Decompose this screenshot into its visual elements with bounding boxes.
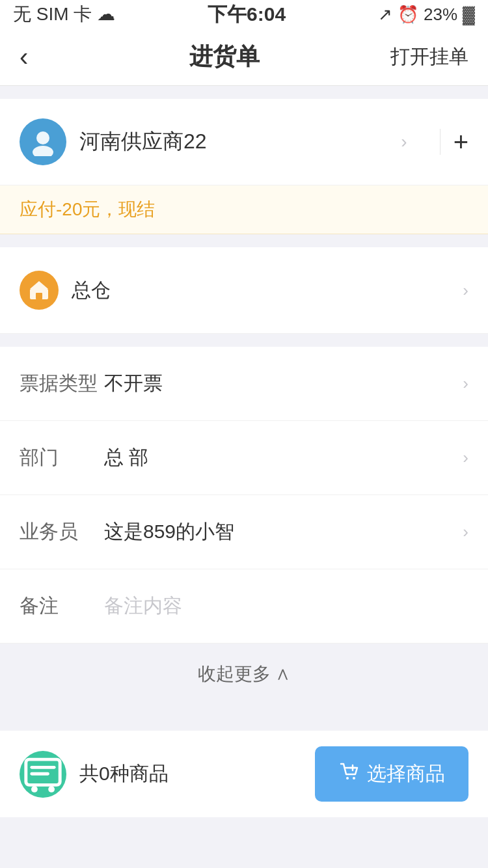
section-gap-3 xyxy=(0,334,488,347)
section-gap-4 xyxy=(0,705,488,718)
supplier-avatar xyxy=(20,118,66,165)
back-button[interactable]: ‹ xyxy=(20,42,59,72)
svg-rect-4 xyxy=(36,293,42,299)
supplier-name: 河南供应商22 xyxy=(79,128,401,156)
svg-marker-3 xyxy=(30,281,48,289)
salesperson-value: 这是859的小智 xyxy=(104,519,456,545)
ticket-type-chevron-icon: › xyxy=(463,373,468,394)
remark-input[interactable]: 备注内容 xyxy=(104,593,468,619)
user-icon xyxy=(29,128,57,156)
form-section: 票据类型 不开票 › 部门 总 部 › 业务员 这是859的小智 › 备注 备注… xyxy=(0,347,488,644)
select-product-button[interactable]: 选择商品 xyxy=(315,746,468,802)
supplier-row[interactable]: 河南供应商22 › + xyxy=(0,99,488,185)
department-row[interactable]: 部门 总 部 › xyxy=(0,421,488,495)
select-product-cart-icon xyxy=(338,761,359,787)
add-supplier-button[interactable]: + xyxy=(454,128,468,157)
svg-point-1 xyxy=(33,146,53,156)
supplier-chevron-icon: › xyxy=(401,131,407,152)
battery-icon: ▓ xyxy=(463,5,475,25)
svg-rect-7 xyxy=(30,772,49,775)
warehouse-name: 总仓 xyxy=(72,277,456,304)
department-label: 部门 xyxy=(20,444,104,471)
product-icon-circle xyxy=(20,751,66,798)
salesperson-label: 业务员 xyxy=(20,519,104,545)
page-background xyxy=(0,817,488,868)
salesperson-row[interactable]: 业务员 这是859的小智 › xyxy=(0,495,488,569)
product-count-label: 共0种商品 xyxy=(79,761,315,787)
warehouse-icon-circle xyxy=(20,271,59,310)
remark-row[interactable]: 备注 备注内容 xyxy=(0,569,488,644)
warehouse-section: 总仓 › xyxy=(0,247,488,334)
section-gap-2 xyxy=(0,234,488,247)
warehouse-chevron-icon: › xyxy=(463,280,468,301)
sim-label: 无 SIM 卡 ☁ xyxy=(13,2,115,27)
supplier-section: 河南供应商22 › + 应付-20元，现结 xyxy=(0,99,488,234)
svg-rect-6 xyxy=(30,765,55,768)
remark-label: 备注 xyxy=(20,593,104,619)
status-left: 无 SIM 卡 ☁ xyxy=(13,2,115,27)
department-value: 总 部 xyxy=(104,444,456,471)
section-gap-1 xyxy=(0,86,488,99)
alarm-icon: ⏰ xyxy=(398,5,418,25)
open-pending-button[interactable]: 打开挂单 xyxy=(390,44,468,70)
svg-point-10 xyxy=(346,777,349,780)
battery-label: 23% xyxy=(424,5,457,25)
svg-point-8 xyxy=(31,786,38,793)
ticket-type-label: 票据类型 xyxy=(20,370,104,397)
warehouse-row[interactable]: 总仓 › xyxy=(0,247,488,334)
nav-bar: ‹ 进货单 打开挂单 xyxy=(0,29,488,86)
salesperson-chevron-icon: › xyxy=(463,522,468,542)
vertical-divider xyxy=(440,129,441,155)
select-product-label: 选择商品 xyxy=(367,761,445,787)
department-chevron-icon: › xyxy=(463,448,468,468)
ticket-type-value: 不开票 xyxy=(104,370,456,397)
page-title: 进货单 xyxy=(189,41,260,73)
cart-icon xyxy=(20,751,66,798)
ticket-type-row[interactable]: 票据类型 不开票 › xyxy=(0,347,488,421)
warehouse-icon xyxy=(27,278,51,302)
status-time: 下午6:04 xyxy=(208,1,286,28)
product-bar: 共0种商品 选择商品 xyxy=(0,731,488,817)
notice-banner: 应付-20元，现结 xyxy=(0,185,488,234)
status-bar: 无 SIM 卡 ☁ 下午6:04 ↗ ⏰ 23% ▓ xyxy=(0,0,488,29)
svg-point-9 xyxy=(48,786,55,793)
status-right: ↗ ⏰ 23% ▓ xyxy=(378,5,475,25)
collapse-toggle[interactable]: 收起更多 ∧ xyxy=(0,644,488,705)
svg-point-11 xyxy=(353,777,355,780)
location-icon: ↗ xyxy=(378,5,392,25)
svg-point-0 xyxy=(36,131,49,144)
